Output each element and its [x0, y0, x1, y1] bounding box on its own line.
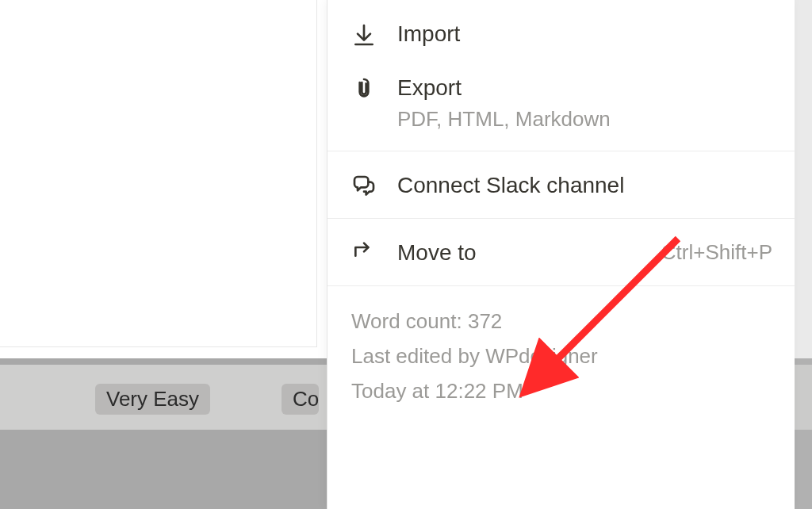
menu-item-import[interactable]: Import: [327, 6, 795, 60]
chat-bubbles-icon: [350, 172, 378, 201]
menu-item-label: Import: [397, 19, 460, 49]
word-count: Word count: 372: [351, 304, 771, 339]
scrollbar-track[interactable]: [795, 0, 812, 509]
table-cell-tag: Very Easy: [95, 384, 210, 415]
paperclip-icon: [350, 75, 378, 103]
page-actions-menu: Import Export PDF, HTML, Markdown: [327, 0, 795, 509]
last-edited-by: Last edited by WPdexigner: [351, 339, 771, 373]
table-cell-tag-partial: Co: [282, 384, 319, 415]
menu-item-export[interactable]: Export PDF, HTML, Markdown: [327, 60, 795, 144]
menu-item-label: Connect Slack channel: [397, 170, 624, 201]
move-arrow-icon: [350, 239, 378, 268]
menu-item-label: Move to: [397, 238, 477, 268]
word-count-label: Word count:: [351, 309, 468, 333]
menu-item-move-to[interactable]: Move to Ctrl+Shift+P: [327, 225, 795, 279]
last-edited-prefix: Last edited by: [351, 344, 485, 368]
menu-item-sublabel: PDF, HTML, Markdown: [397, 106, 611, 133]
keyboard-shortcut: Ctrl+Shift+P: [661, 239, 772, 264]
word-count-value: 372: [468, 309, 502, 333]
menu-item-connect-slack[interactable]: Connect Slack channel: [327, 158, 795, 212]
menu-item-label: Export: [397, 73, 611, 103]
last-edited-user: WPdexigner: [485, 344, 598, 368]
download-icon: [350, 21, 378, 49]
page-meta: Word count: 372 Last edited by WPdexigne…: [327, 286, 795, 417]
last-edited-timestamp: Today at 12:22 PM: [351, 373, 771, 408]
document-background: [0, 0, 317, 347]
